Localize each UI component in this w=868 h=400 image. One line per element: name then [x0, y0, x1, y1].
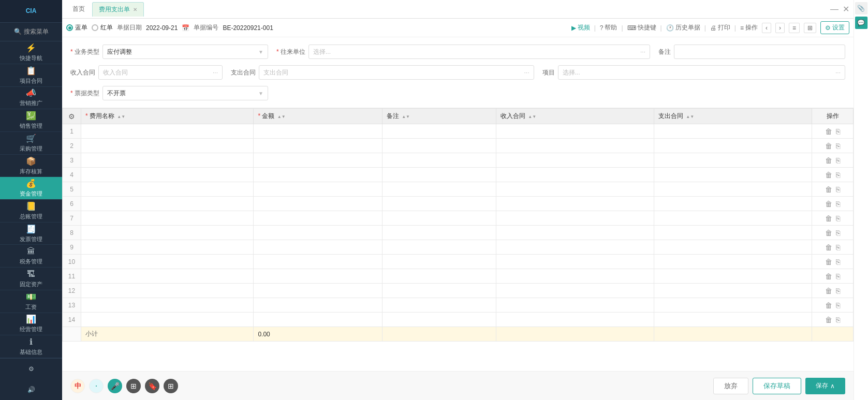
- tab-expense[interactable]: 费用支出单 ✕: [92, 2, 144, 17]
- row-delete-btn[interactable]: 🗑: [824, 257, 833, 267]
- expense-name-cell[interactable]: [81, 182, 254, 197]
- row-delete-btn[interactable]: 🗑: [824, 228, 833, 238]
- notes-sort-icon[interactable]: ▲▼: [402, 115, 410, 119]
- notes-cell[interactable]: [382, 284, 496, 298]
- close-btn[interactable]: ✕: [843, 4, 849, 14]
- expense-contract-cell[interactable]: [654, 298, 812, 313]
- expense-name-cell[interactable]: [81, 226, 254, 240]
- row-delete-btn[interactable]: 🗑: [824, 199, 833, 209]
- expense-contract-cell[interactable]: [654, 255, 812, 269]
- invoice-type-input[interactable]: 不开票 ▼: [102, 86, 268, 100]
- expense-contract-input[interactable]: 支出合同 ···: [259, 65, 534, 80]
- sidebar-item-inventory[interactable]: 📦 库存核算: [0, 155, 62, 177]
- sidebar-item-operations[interactable]: 📊 经营管理: [0, 313, 62, 336]
- row-delete-btn[interactable]: 🗑: [824, 242, 833, 253]
- grid-view-btn[interactable]: ⊞: [804, 23, 816, 33]
- expense-name-cell[interactable]: [81, 313, 254, 327]
- amount-cell[interactable]: [254, 197, 382, 211]
- list-view-btn[interactable]: ≡: [789, 23, 800, 33]
- attachment-btn[interactable]: 📎: [855, 2, 867, 14]
- row-delete-btn[interactable]: 🗑: [824, 170, 833, 180]
- income-contract-cell[interactable]: [496, 226, 654, 240]
- minimize-btn[interactable]: —: [830, 5, 838, 14]
- amount-cell[interactable]: [254, 139, 382, 153]
- project-input[interactable]: 选择... ···: [558, 65, 846, 80]
- sidebar-item-project-contract[interactable]: 📋 项目合同: [0, 64, 62, 87]
- sidebar-item-invoice[interactable]: 🧾 发票管理: [0, 223, 62, 245]
- notes-cell[interactable]: [382, 139, 496, 153]
- expense-contract-cell[interactable]: [654, 153, 812, 168]
- tab-home[interactable]: 首页: [66, 2, 91, 17]
- partner-input[interactable]: 选择... ···: [308, 45, 650, 59]
- income-contract-ellipsis-icon[interactable]: ···: [213, 69, 218, 76]
- expense-contract-cell[interactable]: [654, 269, 812, 284]
- shuang-icon-btn[interactable]: 中: [70, 379, 85, 393]
- sidebar-item-payroll[interactable]: 💵 工资: [0, 290, 62, 313]
- sidebar-volume-btn[interactable]: 🔊: [0, 379, 62, 400]
- notes-input[interactable]: [674, 45, 845, 59]
- sidebar-item-capital[interactable]: 💰 资金管理: [0, 177, 62, 200]
- income-contract-cell[interactable]: [496, 197, 654, 211]
- income-contract-cell[interactable]: [496, 255, 654, 269]
- amount-cell[interactable]: [254, 182, 382, 197]
- income-contract-cell[interactable]: [496, 182, 654, 197]
- sidebar-item-ledger[interactable]: 📒 总账管理: [0, 200, 62, 223]
- notes-cell[interactable]: [382, 313, 496, 327]
- expense-name-cell[interactable]: [81, 197, 254, 211]
- amount-cell[interactable]: [254, 168, 382, 182]
- row-copy-btn[interactable]: ⎘: [835, 155, 841, 166]
- expense-name-cell[interactable]: [81, 255, 254, 269]
- row-copy-btn[interactable]: ⎘: [835, 213, 841, 224]
- notes-cell[interactable]: [382, 124, 496, 139]
- copy-icon-btn[interactable]: ⊞: [126, 379, 141, 393]
- sidebar-item-basic-info[interactable]: ℹ 基础信息: [0, 335, 62, 358]
- row-delete-btn[interactable]: 🗑: [824, 126, 833, 137]
- expense-name-sort-icon[interactable]: ▲▼: [117, 115, 125, 119]
- expense-contract-cell[interactable]: [654, 284, 812, 298]
- discard-button[interactable]: 放弃: [713, 378, 748, 394]
- project-ellipsis-icon[interactable]: ···: [835, 69, 841, 76]
- expense-name-cell[interactable]: [81, 168, 254, 182]
- sidebar-item-tax[interactable]: 🏛 税务管理: [0, 245, 62, 268]
- sidebar-search[interactable]: 🔍 搜索菜单: [0, 23, 62, 41]
- income-contract-cell[interactable]: [496, 124, 654, 139]
- shortcut-btn[interactable]: ⌨ 快捷键: [627, 23, 656, 32]
- row-copy-btn[interactable]: ⎘: [835, 271, 841, 282]
- mic-icon-btn[interactable]: 🎤: [108, 379, 122, 393]
- blue-bill-option[interactable]: 蓝单: [66, 23, 87, 32]
- expense-name-cell[interactable]: [81, 211, 254, 226]
- operations-btn[interactable]: ≡ 操作: [740, 23, 758, 32]
- expense-contract-cell[interactable]: [654, 124, 812, 139]
- calendar-icon[interactable]: 📅: [182, 24, 189, 32]
- row-delete-btn[interactable]: 🗑: [824, 141, 833, 151]
- expense-contract-cell[interactable]: [654, 168, 812, 182]
- row-copy-btn[interactable]: ⎘: [835, 300, 841, 310]
- row-delete-btn[interactable]: 🗑: [824, 184, 833, 195]
- row-copy-btn[interactable]: ⎘: [835, 141, 841, 151]
- amount-cell[interactable]: [254, 124, 382, 139]
- sidebar-item-quick-nav[interactable]: ⚡ 快捷导航: [0, 41, 62, 64]
- row-copy-btn[interactable]: ⎘: [835, 242, 841, 253]
- comment-btn[interactable]: 💬: [855, 17, 867, 29]
- help-btn[interactable]: ? 帮助: [600, 23, 617, 32]
- amount-cell[interactable]: [254, 284, 382, 298]
- row-delete-btn[interactable]: 🗑: [824, 286, 833, 296]
- income-contract-cell[interactable]: [496, 313, 654, 327]
- row-delete-btn[interactable]: 🗑: [824, 315, 833, 325]
- amount-cell[interactable]: [254, 313, 382, 327]
- expense-name-cell[interactable]: [81, 139, 254, 153]
- sidebar-item-marketing[interactable]: 📣 营销推广: [0, 87, 62, 110]
- income-contract-cell[interactable]: [496, 240, 654, 255]
- expense-name-cell[interactable]: [81, 124, 254, 139]
- amount-cell[interactable]: [254, 240, 382, 255]
- video-btn[interactable]: ▶ 视频: [571, 23, 590, 32]
- sidebar-item-sales[interactable]: 💹 销售管理: [0, 109, 62, 132]
- expense-contract-ellipsis-icon[interactable]: ···: [524, 69, 529, 76]
- row-delete-btn[interactable]: 🗑: [824, 155, 833, 166]
- row-copy-btn[interactable]: ⎘: [835, 315, 841, 325]
- notes-cell[interactable]: [382, 211, 496, 226]
- row-copy-btn[interactable]: ⎘: [835, 126, 841, 137]
- notes-cell[interactable]: [382, 168, 496, 182]
- nav-prev-btn[interactable]: ‹: [762, 23, 771, 33]
- income-contract-cell[interactable]: [496, 168, 654, 182]
